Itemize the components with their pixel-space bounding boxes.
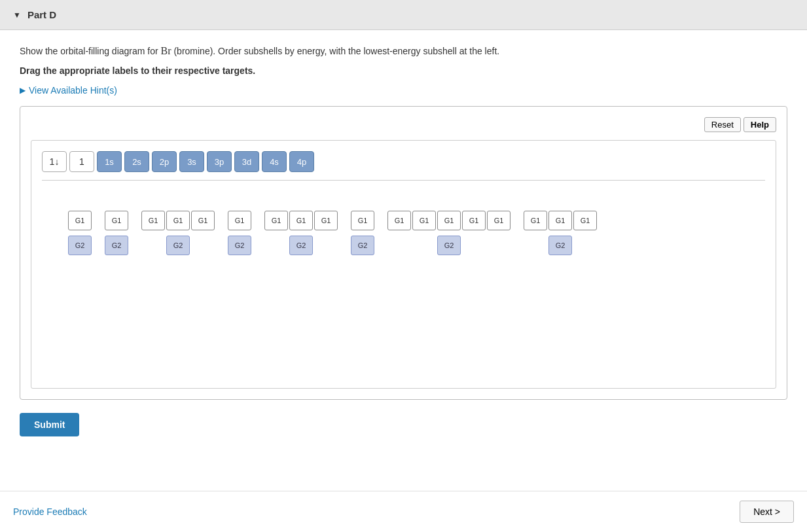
subshell-labels: 1↓ 1 1s 2s 2p 3s 3p 3d 4s 4p	[42, 151, 765, 181]
orbital-row-g2: G2	[351, 236, 374, 255]
orbital-row-g1: G1	[351, 211, 374, 230]
footer: Provide Feedback Next >	[0, 491, 807, 532]
orbital-group-5: G1 G1 G1 G2	[264, 211, 338, 255]
orbital-cell-g1[interactable]: G1	[314, 211, 338, 230]
question-text: Show the orbital-filling diagram for Br …	[20, 43, 787, 59]
orbital-group-4: G1 G2	[228, 211, 251, 255]
label-4p[interactable]: 4p	[289, 151, 314, 172]
orbital-row-g2: G2	[289, 236, 313, 255]
orbital-row-g2: G2	[548, 236, 572, 255]
orbital-cell-g2[interactable]: G2	[437, 236, 461, 255]
orbital-groups: G1 G2 G1 G2	[55, 204, 752, 262]
orbital-row-g1: G1 G1 G1 G1 G1	[387, 211, 511, 230]
orbital-cell-g1[interactable]: G1	[437, 211, 461, 230]
orbital-cell-g2[interactable]: G2	[548, 236, 572, 255]
orbital-row-g2: G2	[437, 236, 461, 255]
orbital-row-g1: G1	[68, 211, 92, 230]
orbital-cell-g1[interactable]: G1	[412, 211, 436, 230]
reset-button[interactable]: Reset	[704, 117, 741, 132]
label-arrow-down[interactable]: 1↓	[42, 151, 67, 172]
orbital-group-7: G1 G1 G1 G1 G1 G2	[387, 211, 511, 255]
part-header: ▼ Part D	[0, 0, 807, 30]
orbital-cell-g2[interactable]: G2	[228, 236, 251, 255]
label-2p[interactable]: 2p	[152, 151, 177, 172]
orbital-row-g1: G1	[228, 211, 251, 230]
orbital-row-g2: G2	[68, 236, 92, 255]
orbital-row-g1: G1	[105, 211, 128, 230]
orbital-cell-g1[interactable]: G1	[141, 211, 165, 230]
orbital-row-g1: G1 G1 G1	[141, 211, 215, 230]
label-3s[interactable]: 3s	[179, 151, 204, 172]
orbital-row-g2: G2	[166, 236, 190, 255]
label-3d[interactable]: 3d	[234, 151, 259, 172]
orbital-cell-g1[interactable]: G1	[264, 211, 288, 230]
orbital-area: 1↓ 1 1s 2s 2p 3s 3p 3d 4s 4p	[31, 140, 776, 389]
orbital-cell-g2[interactable]: G2	[166, 236, 190, 255]
label-4s[interactable]: 4s	[262, 151, 287, 172]
orbital-cell-g1[interactable]: G1	[68, 211, 92, 230]
submit-button[interactable]: Submit	[20, 413, 79, 436]
orbital-cell-g1[interactable]: G1	[228, 211, 251, 230]
orbital-cell-g2[interactable]: G2	[68, 236, 92, 255]
orbital-cell-g1[interactable]: G1	[387, 211, 411, 230]
orbital-group-2: G1 G2	[105, 211, 128, 255]
diagram-container: Reset Help 1↓ 1 1s 2s 2p 3s 3p 3d 4s 4p	[20, 106, 787, 400]
hint-link-label: View Available Hint(s)	[29, 85, 117, 96]
orbital-cell-g2[interactable]: G2	[351, 236, 374, 255]
hint-arrow: ▶	[20, 86, 26, 95]
diagram-toolbar: Reset Help	[31, 117, 776, 132]
orbital-group-8: G1 G1 G1 G2	[524, 211, 597, 255]
label-arrow-up[interactable]: 1	[69, 151, 94, 172]
orbital-row-g1: G1 G1 G1	[524, 211, 597, 230]
orbital-group-3: G1 G1 G1 G2	[141, 211, 215, 255]
orbital-cell-g1[interactable]: G1	[524, 211, 547, 230]
help-button[interactable]: Help	[744, 117, 776, 132]
orbital-cell-g1[interactable]: G1	[191, 211, 215, 230]
orbital-cell-g1[interactable]: G1	[351, 211, 374, 230]
element-symbol: Br	[161, 45, 171, 56]
next-button[interactable]: Next >	[740, 501, 794, 523]
label-3p[interactable]: 3p	[207, 151, 232, 172]
hint-link[interactable]: ▶ View Available Hint(s)	[20, 85, 787, 96]
collapse-arrow[interactable]: ▼	[13, 10, 21, 20]
instruction-text: Drag the appropriate labels to their res…	[20, 65, 787, 76]
orbital-cell-g1[interactable]: G1	[573, 211, 597, 230]
label-1s[interactable]: 1s	[97, 151, 122, 172]
orbital-row-g1: G1 G1 G1	[264, 211, 338, 230]
label-2s[interactable]: 2s	[124, 151, 149, 172]
orbital-cell-g1[interactable]: G1	[487, 211, 511, 230]
orbital-cell-g1[interactable]: G1	[548, 211, 572, 230]
orbital-group-1: G1 G2	[68, 211, 92, 255]
orbital-cell-g1[interactable]: G1	[105, 211, 128, 230]
drop-area: G1 G2 G1 G2	[42, 191, 765, 322]
orbital-cell-g2[interactable]: G2	[105, 236, 128, 255]
orbital-cell-g1[interactable]: G1	[289, 211, 313, 230]
orbital-group-6: G1 G2	[351, 211, 374, 255]
orbital-cell-g1[interactable]: G1	[166, 211, 190, 230]
feedback-link[interactable]: Provide Feedback	[13, 506, 87, 517]
orbital-cell-g1[interactable]: G1	[462, 211, 486, 230]
part-title: Part D	[27, 9, 56, 20]
orbital-row-g2: G2	[105, 236, 128, 255]
orbital-row-g2: G2	[228, 236, 251, 255]
orbital-cell-g2[interactable]: G2	[289, 236, 313, 255]
